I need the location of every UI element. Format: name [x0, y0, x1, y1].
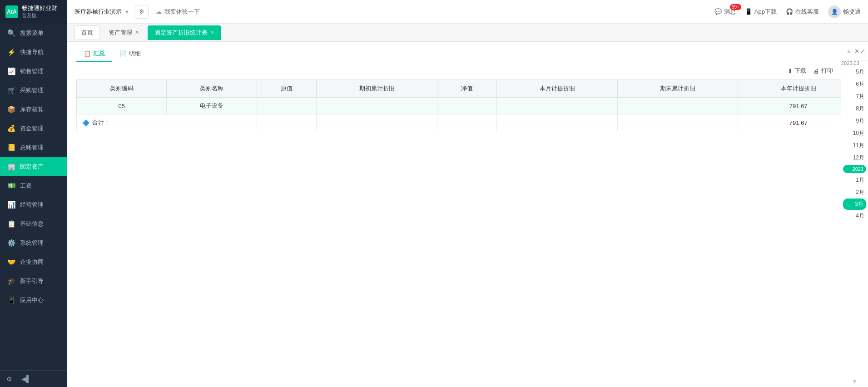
- purchase-icon: 🛒: [7, 86, 15, 94]
- online-service-button[interactable]: 🎧 在线客服: [786, 8, 819, 16]
- month-item[interactable]: 3月: [843, 198, 866, 210]
- col-code: 类别编码: [77, 80, 167, 98]
- sidebar-item-system[interactable]: ⚙️系统管理: [0, 233, 67, 253]
- month-item[interactable]: 7月: [841, 90, 868, 103]
- service-icon: 🎧: [786, 8, 793, 15]
- sidebar-item-app-center[interactable]: 📱应用中心: [0, 291, 67, 310]
- print-button[interactable]: 🖨 打印: [813, 67, 833, 75]
- app-download-button[interactable]: 📱 App下载: [745, 8, 777, 16]
- row-code: 05: [77, 98, 167, 114]
- tab-summary[interactable]: 📋 汇总: [76, 46, 112, 62]
- tabs-bar: 首页 资产管理 ✕ 固定资产折旧统计表 ✕: [67, 24, 868, 42]
- month-item[interactable]: 5月: [841, 66, 868, 78]
- sidebar-label-sales: 销售管理: [20, 67, 44, 75]
- detail-icon: 📄: [119, 50, 127, 57]
- username-label: 畅捷通: [843, 8, 861, 16]
- panel-title: 2023.03: [841, 60, 868, 66]
- total-initial-dep: [317, 114, 437, 131]
- year-month-list: 5月6月7月8月9月10月11月12月20231月2月3月4月: [841, 66, 868, 376]
- table-toolbar: ⬇ 下载 🖨 打印 ↻ 刷新: [67, 62, 868, 79]
- sidebar-item-funds[interactable]: 💰资金管理: [0, 119, 67, 138]
- sidebar-item-fixed-assets[interactable]: 🏢固定资产: [0, 157, 67, 176]
- tab-detail[interactable]: 📄 明细: [112, 46, 148, 62]
- month-item[interactable]: 8月: [841, 103, 868, 115]
- year-marker[interactable]: 2023: [843, 165, 866, 173]
- tab-detail-label: 明细: [129, 50, 141, 58]
- sidebar-label-operations: 经营管理: [20, 201, 44, 209]
- total-icon: 🔷: [82, 119, 89, 126]
- month-item[interactable]: 11月: [841, 139, 868, 152]
- total-month-dep: [497, 114, 618, 131]
- sidebar-label-purchase: 采购管理: [20, 86, 44, 94]
- tab-home[interactable]: 首页: [74, 25, 100, 40]
- online-service-label: 在线客服: [795, 8, 819, 16]
- sidebar-item-quick-nav[interactable]: ⚡快捷导航: [0, 43, 67, 62]
- sidebar-item-operations[interactable]: 📊经营管理: [0, 195, 67, 214]
- sidebar-label-quick-nav: 快捷导航: [20, 48, 44, 56]
- logo-text-block: 畅捷通好业财 普及版: [22, 5, 57, 19]
- sidebar-item-guide[interactable]: 🎓新手引导: [0, 272, 67, 291]
- funds-icon: 💰: [7, 124, 15, 133]
- download-icon: 📱: [745, 8, 752, 15]
- topbar: 医疗器械行业演示 ▼ ⚙ ☁ 我要体验一下 💬 消息 99+ 📱 App下载 🎧…: [67, 0, 868, 24]
- sidebar-label-system: 系统管理: [20, 239, 44, 247]
- settings-icon[interactable]: ⚙: [6, 375, 12, 382]
- sidebar: AtA 畅捷通好业财 普及版 🔍搜索菜单⚡快捷导航📈销售管理🛒采购管理📦库存核算…: [0, 0, 67, 387]
- sidebar-item-payroll[interactable]: 💵工资: [0, 176, 67, 195]
- month-item[interactable]: 10月: [841, 127, 868, 139]
- main-content: 医疗器械行业演示 ▼ ⚙ ☁ 我要体验一下 💬 消息 99+ 📱 App下载 🎧…: [67, 0, 868, 387]
- month-item[interactable]: 1月: [841, 174, 868, 186]
- panel-expand-button[interactable]: ⤢: [860, 48, 865, 55]
- sidebar-item-enterprise[interactable]: 🤝企业协同: [0, 253, 67, 272]
- tab-asset-mgmt[interactable]: 资产管理 ✕: [102, 25, 146, 40]
- panel-header: ▲ ✕ ⤢: [841, 42, 868, 60]
- panel-down-arrow[interactable]: ▼: [841, 376, 868, 387]
- messages-button[interactable]: 💬 消息 99+: [714, 8, 736, 16]
- month-item[interactable]: 2月: [841, 186, 868, 198]
- enterprise-icon: 🤝: [7, 258, 15, 266]
- sidebar-item-basic-info[interactable]: 📋基础信息: [0, 214, 67, 233]
- print-icon: 🖨: [813, 68, 819, 74]
- tab-asset-mgmt-close[interactable]: ✕: [135, 30, 139, 35]
- sidebar-item-sales[interactable]: 📈销售管理: [0, 62, 67, 81]
- sidebar-label-basic-info: 基础信息: [20, 220, 44, 228]
- company-selector[interactable]: 医疗器械行业演示 ▼: [74, 8, 129, 16]
- print-label: 打印: [821, 67, 833, 75]
- sidebar-nav: 🔍搜索菜单⚡快捷导航📈销售管理🛒采购管理📦库存核算💰资金管理📒总账管理🏢固定资产…: [0, 24, 67, 370]
- download-button[interactable]: ⬇ 下载: [788, 67, 806, 75]
- download-icon: ⬇: [788, 68, 793, 74]
- search-icon: 🔍: [7, 29, 15, 37]
- user-profile-button[interactable]: 👤 畅捷通: [828, 5, 861, 18]
- total-label-cell: 🔷 合计：: [77, 114, 257, 131]
- sidebar-item-search[interactable]: 🔍搜索菜单: [0, 24, 67, 43]
- panel-close-button[interactable]: ✕: [854, 48, 859, 55]
- collapse-icon[interactable]: ◀▌: [21, 375, 31, 382]
- sidebar-item-ledger[interactable]: 📒总账管理: [0, 138, 67, 157]
- col-initial-depreciation: 期初累计折旧: [317, 80, 437, 98]
- sidebar-label-fixed-assets: 固定资产: [20, 163, 44, 171]
- tab-home-label: 首页: [81, 29, 93, 37]
- tab-fixed-asset-close[interactable]: ✕: [210, 30, 214, 35]
- sales-icon: 📈: [7, 67, 15, 75]
- month-item[interactable]: 4月: [841, 210, 868, 222]
- row-initial-dep: [317, 98, 437, 114]
- sidebar-label-funds: 资金管理: [20, 124, 44, 133]
- app-center-icon: 📱: [7, 296, 15, 304]
- total-row: 🔷 合计： 791.67: [77, 114, 859, 131]
- col-original-value: 原值: [257, 80, 316, 98]
- col-month-depreciation: 本月计提折旧: [497, 80, 618, 98]
- col-name: 类别名称: [167, 80, 257, 98]
- month-item[interactable]: 12月: [841, 152, 868, 164]
- topbar-settings-button[interactable]: ⚙: [135, 5, 149, 19]
- table-header-row: 类别编码 类别名称 原值 期初累计折旧 净值 本月计提折旧 期末累计折旧 本年计…: [77, 80, 859, 98]
- sidebar-item-purchase[interactable]: 🛒采购管理: [0, 81, 67, 100]
- sidebar-item-inventory[interactable]: 📦库存核算: [0, 100, 67, 119]
- ledger-icon: 📒: [7, 144, 15, 152]
- tab-fixed-asset-depreciation[interactable]: 固定资产折旧统计表 ✕: [148, 25, 221, 40]
- panel-up-arrow[interactable]: ▲: [844, 45, 854, 56]
- sidebar-label-search: 搜索菜单: [20, 29, 44, 37]
- month-item[interactable]: 6月: [841, 78, 868, 90]
- experience-button[interactable]: ☁ 我要体验一下: [156, 8, 200, 16]
- month-item[interactable]: 9月: [841, 115, 868, 127]
- sidebar-label-app-center: 应用中心: [20, 296, 44, 304]
